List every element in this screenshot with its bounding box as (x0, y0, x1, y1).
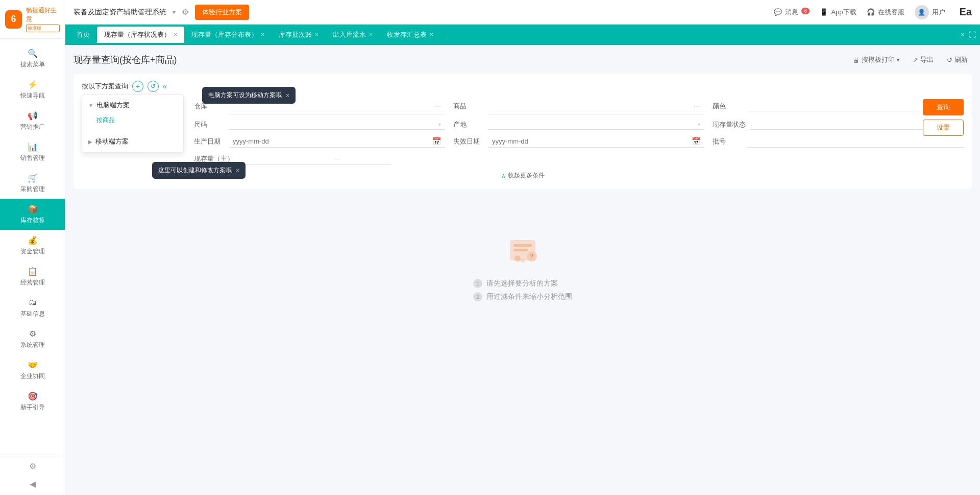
collapse-label: 收起更多条件 (508, 171, 545, 180)
tab-home-label: 首页 (77, 30, 90, 39)
exp-date-icon[interactable]: 📅 (692, 137, 700, 145)
amount-min-input[interactable] (238, 153, 332, 164)
size-field-label: 尺码 (194, 120, 225, 129)
tab-home[interactable]: 首页 (69, 27, 97, 43)
tab-stock-flow[interactable]: 出入库流水 × (326, 27, 380, 43)
sidebar-item-system[interactable]: ⚙ 系统管理 (0, 323, 65, 355)
sidebar-item-operations[interactable]: 📋 经营管理 (0, 261, 65, 292)
sidebar-label-operations: 经营管理 (20, 278, 45, 287)
sidebar-item-quick-nav[interactable]: ⚡ 快速导航 (0, 74, 65, 105)
search-icon: 🔍 (28, 48, 38, 58)
tip-num-1: 1 (473, 279, 482, 288)
tooltip-desktop-scheme: 电脑方案可设为移动方案哦 × (202, 87, 296, 104)
sidebar-item-purchase[interactable]: 🛒 采购管理 (0, 168, 65, 199)
sidebar-item-base-info[interactable]: 🗂 基础信息 (0, 292, 65, 323)
ea-text: Ea (960, 6, 972, 18)
svg-rect-1 (513, 244, 532, 247)
filter-row-3: 生产日期 📅 失效日期 📅 批号 (194, 135, 964, 148)
app-download-icon: 📱 (820, 8, 828, 16)
filter-arrow-button[interactable]: « (163, 82, 167, 90)
prod-date-start-icon[interactable]: 📅 (432, 137, 441, 145)
filter-field-exp-date: 失效日期 📅 (453, 135, 704, 148)
page-title-bar: 现存量查询(按仓库+商品) 🖨 按模板打印 ▾ ↗ 导出 ↺ 刷新 (74, 53, 972, 66)
sidebar-item-guide[interactable]: 🎯 新手引导 (0, 386, 65, 417)
filter-field-goods: 商品 ··· (453, 98, 704, 114)
tab-inventory-status-close[interactable]: × (174, 31, 177, 38)
base-info-icon: 🗂 (28, 297, 38, 308)
tooltip1-close[interactable]: × (286, 92, 289, 99)
tab-stock-flow-close[interactable]: × (369, 31, 373, 38)
export-btn[interactable]: ↗ 导出 (909, 53, 938, 66)
exp-date-range: 📅 (488, 135, 704, 148)
sidebar-item-sales[interactable]: 📊 销售管理 (0, 136, 65, 168)
scheme-group-mobile-header[interactable]: ▶ 移动端方案 (82, 134, 183, 149)
sidebar: 6 畅捷通好生意 标准版 🔍 搜索菜单 ⚡ 快速导航 📢 营销推广 📊 销售管理… (0, 0, 65, 495)
scheme-group-desktop-header[interactable]: ▼ 电脑端方案 (82, 98, 183, 113)
tab-inventory-status[interactable]: 现存量（库存状况表） × (97, 27, 184, 43)
warehouse-icon: 📦 (28, 204, 38, 214)
sidebar-label-system: 系统管理 (20, 341, 45, 349)
filter-refresh-button[interactable]: ↺ (148, 81, 159, 92)
tab-inventory-status-label: 现存量（库存状况表） (104, 30, 170, 39)
trial-button[interactable]: 体验行业方案 (195, 5, 249, 20)
filter-label: 按以下方案查询 (82, 82, 128, 91)
amount-max-input[interactable] (342, 153, 436, 164)
user-avatar: 👤 (915, 5, 929, 19)
sidebar-item-warehouse[interactable]: 📦 库存核算 (0, 199, 65, 230)
tooltip-edit-scheme: 这里可以创建和修改方案哦 × (152, 162, 246, 179)
refresh-btn[interactable]: ↺ 刷新 (943, 53, 972, 66)
batch-input[interactable] (747, 135, 964, 148)
origin-select-arrow: ▾ (698, 122, 700, 127)
header-settings-icon[interactable]: ⚙ (182, 7, 189, 17)
goods-input-wrapper[interactable]: ··· (488, 98, 704, 114)
size-select-arrow: ▾ (438, 122, 441, 127)
sidebar-label-enterprise: 企业协同 (20, 372, 45, 381)
export-label: 导出 (920, 55, 934, 64)
online-support-action[interactable]: 🎧 在线客服 (867, 8, 904, 17)
tab-inventory-dist-close[interactable]: × (261, 31, 264, 38)
tab-inventory-dist-label: 现存量（库存分布表） (191, 30, 258, 39)
message-action[interactable]: 💬 消息 6 (774, 8, 810, 17)
batch-field-label: 批号 (713, 137, 743, 146)
sidebar-item-marketing[interactable]: 📢 营销推广 (0, 105, 65, 136)
collapse-sidebar-icon[interactable]: ◀ (30, 479, 36, 489)
message-badge: 6 (801, 8, 810, 14)
tab-collection-summary-close[interactable]: × (430, 31, 433, 38)
app-download-action[interactable]: 📱 App下载 (820, 8, 856, 17)
exp-date-start[interactable] (492, 137, 688, 145)
tab-batch-ledger-close[interactable]: × (315, 31, 318, 38)
user-action[interactable]: 👤 用户 (915, 5, 945, 19)
goods-input[interactable] (492, 100, 694, 112)
system-title-dropdown[interactable]: ▾ (173, 9, 176, 16)
filter-add-button[interactable]: + (132, 81, 143, 92)
tab-close-all-icon[interactable]: × (961, 31, 965, 39)
tab-fullscreen-icon[interactable]: ⛶ (969, 31, 976, 39)
prod-date-start[interactable] (233, 137, 428, 145)
search-button[interactable]: 查询 (923, 99, 964, 115)
tab-stock-flow-label: 出入库流水 (333, 30, 366, 39)
sidebar-nav: 🔍 搜索菜单 ⚡ 快速导航 📢 营销推广 📊 销售管理 🛒 采购管理 📦 库存核… (0, 39, 65, 455)
size-select[interactable]: ▾ (229, 120, 445, 130)
template-print-btn[interactable]: 🖨 按模板打印 ▾ (849, 53, 903, 66)
page-actions: 🖨 按模板打印 ▾ ↗ 导出 ↺ 刷新 (849, 53, 972, 66)
sidebar-item-search[interactable]: 🔍 搜索菜单 (0, 43, 65, 74)
header-left: 装备及固定资产辅助管理系统 ▾ ⚙ 体验行业方案 (74, 5, 249, 20)
empty-state: ? 1 请先选择要分析的方案 2 用过滤条件来缩小分析范围 (74, 189, 972, 342)
scheme-item-by-goods[interactable]: 按商品 (82, 113, 183, 128)
scheme-expand-arrow: ▼ (88, 103, 93, 108)
settings-footer-icon[interactable]: ⚙ (29, 461, 36, 471)
tab-batch-ledger[interactable]: 库存批次账 × (272, 27, 326, 43)
online-support-icon: 🎧 (867, 8, 875, 16)
scheme-group-desktop: ▼ 电脑端方案 按商品 (82, 95, 183, 131)
reset-button[interactable]: 设置 (923, 120, 964, 136)
sidebar-item-enterprise[interactable]: 🤝 企业协同 (0, 355, 65, 386)
sidebar-item-finance[interactable]: 💰 资金管理 (0, 230, 65, 261)
sidebar-label-guide: 新手引导 (20, 403, 45, 412)
sidebar-label-warehouse: 库存核算 (20, 216, 45, 225)
tooltip2-close[interactable]: × (236, 167, 239, 174)
goods-dots-icon[interactable]: ··· (694, 102, 700, 111)
tab-collection-summary[interactable]: 收发存汇总表 × (380, 27, 440, 43)
origin-select[interactable]: ▾ (488, 120, 704, 130)
tab-inventory-dist[interactable]: 现存量（库存分布表） × (184, 27, 272, 43)
warehouse-dots-icon[interactable]: ··· (434, 102, 441, 111)
